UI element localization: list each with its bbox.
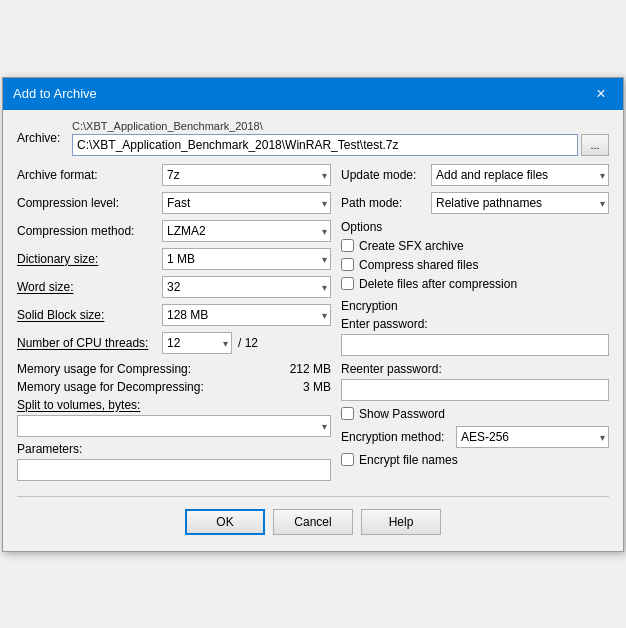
options-heading: Options — [341, 220, 609, 234]
enc-method-label: Encryption method: — [341, 430, 456, 444]
params-input[interactable] — [17, 459, 331, 481]
memory-decompress-value: 3 MB — [303, 380, 331, 394]
path-mode-row: Path mode: Relative pathnames — [341, 192, 609, 214]
encrypt-names-row: Encrypt file names — [341, 453, 609, 467]
memory-decompress-row: Memory usage for Decompressing: 3 MB — [17, 380, 331, 394]
split-select[interactable] — [17, 415, 331, 437]
delete-files-label[interactable]: Delete files after compression — [359, 277, 517, 291]
solid-block-label: Solid Block size: — [17, 308, 162, 322]
ok-button[interactable]: OK — [185, 509, 265, 535]
title-bar: Add to Archive × — [3, 78, 623, 110]
archive-format-label: Archive format: — [17, 168, 162, 182]
params-label: Parameters: — [17, 442, 331, 456]
cpu-threads-row: Number of CPU threads: 12 / 12 — [17, 332, 331, 354]
archive-hint: C:\XBT_Application_Benchmark_2018\ — [72, 120, 609, 132]
compression-method-label: Compression method: — [17, 224, 162, 238]
path-mode-select-wrapper: Relative pathnames — [431, 192, 609, 214]
encrypt-names-label[interactable]: Encrypt file names — [359, 453, 458, 467]
create-sfx-checkbox[interactable] — [341, 239, 354, 252]
archive-row: Archive: C:\XBT_Application_Benchmark_20… — [17, 120, 609, 156]
reenter-password-label: Reenter password: — [341, 362, 609, 376]
browse-button[interactable]: ... — [581, 134, 609, 156]
encrypt-names-checkbox[interactable] — [341, 453, 354, 466]
split-label: Split to volumes, bytes: — [17, 398, 331, 412]
enc-method-select-wrapper: AES-256 — [456, 426, 609, 448]
add-to-archive-dialog: Add to Archive × Archive: C:\XBT_Applica… — [2, 77, 624, 552]
enc-method-row: Encryption method: AES-256 — [341, 426, 609, 448]
compress-shared-checkbox[interactable] — [341, 258, 354, 271]
dictionary-size-select[interactable]: 1 MB — [162, 248, 331, 270]
update-mode-select-wrapper: Add and replace files — [431, 164, 609, 186]
compress-shared-row: Compress shared files — [341, 258, 609, 272]
main-content: Archive format: 7z Compression level: Fa… — [17, 164, 609, 486]
dictionary-size-row: Dictionary size: 1 MB — [17, 248, 331, 270]
dictionary-size-label: Dictionary size: — [17, 252, 162, 266]
memory-decompress-label: Memory usage for Decompressing: — [17, 380, 204, 394]
compression-method-select-wrapper: LZMA2 — [162, 220, 331, 242]
compression-level-select-wrapper: Fast — [162, 192, 331, 214]
cpu-threads-label: Number of CPU threads: — [17, 336, 162, 350]
right-column: Update mode: Add and replace files Path … — [341, 164, 609, 486]
cpu-threads-max: / 12 — [238, 336, 258, 350]
memory-compress-value: 212 MB — [290, 362, 331, 376]
update-mode-row: Update mode: Add and replace files — [341, 164, 609, 186]
button-row: OK Cancel Help — [17, 505, 609, 541]
archive-path-input[interactable] — [72, 134, 578, 156]
word-size-select[interactable]: 32 — [162, 276, 331, 298]
enter-password-input[interactable] — [341, 334, 609, 356]
help-button[interactable]: Help — [361, 509, 441, 535]
delete-files-checkbox[interactable] — [341, 277, 354, 290]
path-mode-label: Path mode: — [341, 196, 431, 210]
compression-level-row: Compression level: Fast — [17, 192, 331, 214]
cpu-threads-select[interactable]: 12 — [162, 332, 232, 354]
encryption-heading: Encryption — [341, 299, 609, 313]
solid-block-select[interactable]: 128 MB — [162, 304, 331, 326]
archive-format-select-wrapper: 7z — [162, 164, 331, 186]
reenter-password-input[interactable] — [341, 379, 609, 401]
compression-method-select[interactable]: LZMA2 — [162, 220, 331, 242]
left-column: Archive format: 7z Compression level: Fa… — [17, 164, 331, 486]
show-password-row: Show Password — [341, 407, 609, 421]
compression-level-label: Compression level: — [17, 196, 162, 210]
create-sfx-label[interactable]: Create SFX archive — [359, 239, 464, 253]
update-mode-label: Update mode: — [341, 168, 431, 182]
compression-level-select[interactable]: Fast — [162, 192, 331, 214]
enc-method-select[interactable]: AES-256 — [456, 426, 609, 448]
compress-shared-label[interactable]: Compress shared files — [359, 258, 478, 272]
solid-block-row: Solid Block size: 128 MB — [17, 304, 331, 326]
compression-method-row: Compression method: LZMA2 — [17, 220, 331, 242]
show-password-label[interactable]: Show Password — [359, 407, 445, 421]
word-size-select-wrapper: 32 — [162, 276, 331, 298]
cpu-threads-select-wrapper: 12 — [162, 332, 232, 354]
memory-compress-label: Memory usage for Compressing: — [17, 362, 191, 376]
path-mode-select[interactable]: Relative pathnames — [431, 192, 609, 214]
update-mode-select[interactable]: Add and replace files — [431, 164, 609, 186]
memory-compress-row: Memory usage for Compressing: 212 MB — [17, 362, 331, 376]
word-size-row: Word size: 32 — [17, 276, 331, 298]
close-button[interactable]: × — [589, 84, 613, 104]
create-sfx-row: Create SFX archive — [341, 239, 609, 253]
archive-format-select[interactable]: 7z — [162, 164, 331, 186]
archive-format-row: Archive format: 7z — [17, 164, 331, 186]
archive-field-label: Archive: — [17, 131, 72, 145]
cancel-button[interactable]: Cancel — [273, 509, 353, 535]
dictionary-size-select-wrapper: 1 MB — [162, 248, 331, 270]
enter-password-label: Enter password: — [341, 317, 609, 331]
split-select-wrapper — [17, 415, 331, 437]
dialog-title: Add to Archive — [13, 86, 97, 101]
solid-block-select-wrapper: 128 MB — [162, 304, 331, 326]
word-size-label: Word size: — [17, 280, 162, 294]
show-password-checkbox[interactable] — [341, 407, 354, 420]
button-divider — [17, 496, 609, 497]
delete-files-row: Delete files after compression — [341, 277, 609, 291]
